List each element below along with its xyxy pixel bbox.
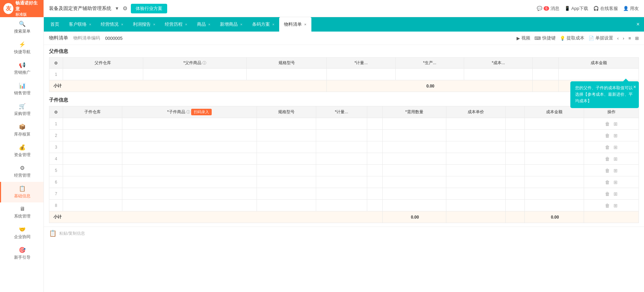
tab-经营情况[interactable]: 经营情况× xyxy=(96,17,128,32)
child-qty-cell[interactable] xyxy=(382,188,446,200)
child-product-cell[interactable] xyxy=(122,130,257,141)
delete-icon[interactable]: 🗑 xyxy=(604,191,611,197)
shortcut-action[interactable]: ⌨ 快捷键 xyxy=(534,35,556,41)
parent-unit-cell[interactable] xyxy=(327,69,395,80)
child-spec-cell[interactable] xyxy=(257,200,316,211)
child-product-cell[interactable] xyxy=(122,188,257,200)
copy-icon[interactable]: ⊞ xyxy=(612,144,619,150)
tab-商品[interactable]: 商品× xyxy=(192,17,215,32)
tab-客户联络[interactable]: 客户联络× xyxy=(64,17,96,32)
scan-button[interactable]: 扫码录入 xyxy=(191,109,212,115)
nav-next[interactable]: › xyxy=(623,36,624,41)
child-product-cell[interactable] xyxy=(122,153,257,165)
child-unit-cost-cell[interactable] xyxy=(446,130,505,141)
sidebar-item-system[interactable]: 🖥系统管理 xyxy=(0,202,44,223)
tab-首页[interactable]: 首页 xyxy=(46,17,64,32)
child-spec-cell[interactable] xyxy=(257,176,316,188)
child-warehouse-cell[interactable] xyxy=(63,118,122,130)
child-unit-cell[interactable] xyxy=(316,176,367,188)
child-qty-cell[interactable] xyxy=(382,200,446,211)
child-product-cell[interactable] xyxy=(122,200,257,211)
delete-icon[interactable]: 🗑 xyxy=(604,179,611,185)
sidebar-item-guide[interactable]: 🎯新手引导 xyxy=(0,243,44,264)
child-warehouse-cell[interactable] xyxy=(63,153,122,165)
child-unit-cell[interactable] xyxy=(316,165,367,176)
child-spec-cell[interactable] xyxy=(257,165,316,176)
child-qty-cell[interactable] xyxy=(382,130,446,141)
tab-经营历程[interactable]: 经营历程× xyxy=(160,17,192,32)
sidebar-item-purchase[interactable]: 🛒采购管理 xyxy=(0,100,44,120)
child-qty-cell[interactable] xyxy=(382,153,446,165)
delete-icon[interactable]: 🗑 xyxy=(604,156,611,162)
delete-icon[interactable]: 🗑 xyxy=(604,133,611,138)
copy-icon[interactable]: ⊞ xyxy=(612,156,619,162)
tab-close-icon[interactable]: × xyxy=(121,22,123,26)
sidebar-item-search[interactable]: 🔍搜索菜单 xyxy=(0,17,44,38)
child-warehouse-cell[interactable] xyxy=(63,200,122,211)
trial-button[interactable]: 体验行业方案 xyxy=(131,4,167,13)
child-qty-cell[interactable] xyxy=(382,118,446,130)
tab-close-icon[interactable]: × xyxy=(304,22,306,26)
child-unit-cost-cell[interactable] xyxy=(446,200,505,211)
delete-icon[interactable]: 🗑 xyxy=(604,168,611,173)
message-btn[interactable]: 💬 6 消息 xyxy=(537,5,559,12)
online-service-btn[interactable]: 🎧 在线客服 xyxy=(593,5,618,12)
tab-物料清单[interactable]: 物料清单× xyxy=(279,17,311,32)
copy-icon[interactable]: ⊞ xyxy=(612,121,619,127)
child-warehouse-cell[interactable] xyxy=(63,165,122,176)
tab-close-icon[interactable]: × xyxy=(208,22,210,26)
child-unit-cell[interactable] xyxy=(316,153,367,165)
child-unit-cell[interactable] xyxy=(316,118,367,130)
video-action[interactable]: ▶ 视频 xyxy=(517,35,530,41)
cost-action[interactable]: 💡 提取成本 xyxy=(560,35,584,41)
tab-新增商品[interactable]: 新增商品× xyxy=(215,17,247,32)
tooltip-close-btn[interactable]: × xyxy=(633,83,636,91)
sidebar-item-cooperation[interactable]: 🤝企业协同 xyxy=(0,223,44,243)
view-toggle[interactable]: ≡ xyxy=(628,36,631,41)
copy-icon[interactable]: ⊞ xyxy=(612,203,619,208)
nav-prev[interactable]: ‹ xyxy=(617,36,619,41)
copy-icon[interactable]: ⊞ xyxy=(612,168,619,173)
sidebar-item-marketing[interactable]: 📢营销推广 xyxy=(0,58,44,79)
child-spec-cell[interactable] xyxy=(257,188,316,200)
tab-close-icon[interactable]: × xyxy=(185,22,187,26)
copy-icon[interactable]: ⊞ xyxy=(612,133,619,138)
tab-close-icon[interactable]: × xyxy=(89,22,91,26)
child-qty-cell[interactable] xyxy=(382,176,446,188)
child-col-settings[interactable]: ⚙ xyxy=(49,106,63,118)
child-warehouse-cell[interactable] xyxy=(63,176,122,188)
child-unit-cost-cell[interactable] xyxy=(446,188,505,200)
expand-action[interactable]: ⊞ xyxy=(635,36,639,41)
parent-col-settings[interactable]: ⚙ xyxy=(49,58,63,69)
child-warehouse-cell[interactable] xyxy=(63,141,122,153)
user-menu[interactable]: 👤 用友 xyxy=(623,5,639,12)
system-dropdown[interactable]: ▼ xyxy=(115,6,119,11)
child-unit-cost-cell[interactable] xyxy=(446,176,505,188)
copy-icon[interactable]: ⊞ xyxy=(612,191,619,197)
child-product-cell[interactable] xyxy=(122,118,257,130)
child-spec-cell[interactable] xyxy=(257,118,316,130)
delete-icon[interactable]: 🗑 xyxy=(604,203,611,208)
copy-icon[interactable]: ⊞ xyxy=(612,179,619,185)
sidebar-item-inventory[interactable]: 📦库存核算 xyxy=(0,120,44,141)
tab-close-icon[interactable]: × xyxy=(240,22,242,26)
sidebar-item-quick[interactable]: ⚡快捷导航 xyxy=(0,38,44,58)
child-unit-cell[interactable] xyxy=(316,200,367,211)
tab-close-icon[interactable]: × xyxy=(153,22,155,26)
child-spec-cell[interactable] xyxy=(257,141,316,153)
child-unit-cell[interactable] xyxy=(316,141,367,153)
delete-icon[interactable]: 🗑 xyxy=(604,121,611,127)
sidebar-item-finance[interactable]: 💰资金管理 xyxy=(0,141,44,161)
child-product-cell[interactable] xyxy=(122,141,257,153)
child-qty-cell[interactable] xyxy=(382,141,446,153)
child-product-cell[interactable] xyxy=(122,176,257,188)
child-warehouse-cell[interactable] xyxy=(63,130,122,141)
child-warehouse-cell[interactable] xyxy=(63,188,122,200)
tab-close-icon[interactable]: × xyxy=(272,22,274,26)
tab-利润报告[interactable]: 利润报告× xyxy=(128,17,160,32)
sidebar-item-basic[interactable]: 📋基础信息 xyxy=(0,182,44,202)
settings-icon[interactable]: ⚙ xyxy=(123,5,127,12)
parent-product-cell[interactable] xyxy=(143,69,246,80)
delete-icon[interactable]: 🗑 xyxy=(604,144,611,150)
child-unit-cost-cell[interactable] xyxy=(446,118,505,130)
